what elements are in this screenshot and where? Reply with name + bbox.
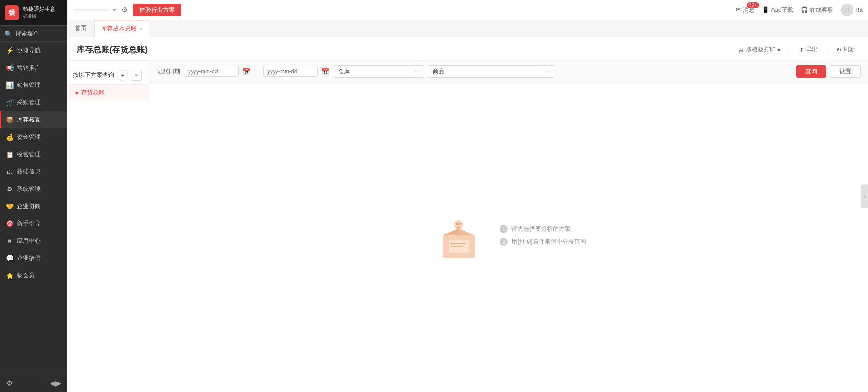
sidebar-bottom: ⚙ ◀▶ xyxy=(0,374,67,392)
sidebar-item-label: 系统管理 xyxy=(17,185,41,193)
sidebar-item-finance[interactable]: 💰 资金管理 xyxy=(0,128,67,146)
message-badge: 99+ xyxy=(747,2,759,8)
topbar-left: ▾ ⚙ 体验行业方案 xyxy=(73,4,736,16)
sidebar-nav: ⚡ 快捷导航 📢 营销推广 📊 销售管理 🛒 采购管理 📦 库存核算 💰 资金管… xyxy=(0,42,67,374)
message-btn[interactable]: ✉ 消息 99+ xyxy=(736,6,755,14)
page-title: 库存总账(存货总账) xyxy=(77,44,148,55)
query-btn[interactable]: 查询 xyxy=(796,65,826,78)
sidebar-item-label: 畅会员 xyxy=(17,271,35,280)
print-btn[interactable]: 🖨 按模板打印 ▾ xyxy=(735,44,784,56)
settings-btn[interactable]: 设置 xyxy=(830,65,861,78)
svg-marker-2 xyxy=(459,229,475,235)
operation-icon: 📋 xyxy=(6,151,13,158)
warehouse-select[interactable]: 仓库 ··· xyxy=(333,65,424,78)
basic-icon: 🗂 xyxy=(6,168,13,175)
logo-sub: 标准版 xyxy=(23,13,56,20)
sidebar-item-marketing[interactable]: 📢 营销推广 xyxy=(0,59,67,76)
sidebar-item-vip[interactable]: ⭐ 畅会员 xyxy=(0,267,67,284)
product-more-icon: ··· xyxy=(546,68,551,75)
empty-hint-1-text: 请先选择要分析的方案 xyxy=(511,225,571,233)
sidebar-item-operation[interactable]: 📋 经营管理 xyxy=(0,146,67,163)
main-content: 记账日期 📅 — 📅 仓库 ··· 商品 ··· xyxy=(149,61,868,392)
breadcrumb xyxy=(73,9,109,11)
sidebar-item-sales[interactable]: 📊 销售管理 xyxy=(0,76,67,94)
calendar-start-icon[interactable]: 📅 xyxy=(242,68,250,75)
empty-hint-1: 1 请先选择要分析的方案 xyxy=(500,225,586,233)
sidebar-item-purchase[interactable]: 🛒 采购管理 xyxy=(0,94,67,111)
export-btn[interactable]: ⬆ 导出 xyxy=(796,44,822,56)
sidebar-item-label: 新手引导 xyxy=(17,219,41,228)
export-icon: ⬆ xyxy=(799,46,804,53)
search-menu[interactable]: 🔍 搜索菜单 xyxy=(0,26,67,42)
enterprise-icon: 🤝 xyxy=(6,203,13,210)
online-service-label: 在线客服 xyxy=(810,6,833,14)
filter-collapse-btn[interactable]: « xyxy=(131,70,142,81)
date-separator: — xyxy=(254,68,260,75)
app-download-btn[interactable]: 📱 App下载 xyxy=(762,6,793,14)
calendar-end-icon[interactable]: 📅 xyxy=(322,68,329,75)
sidebar-item-label: 企业协同 xyxy=(17,202,41,210)
empty-content: 1 请先选择要分析的方案 2 用[过滤]条件来缩小分析范围 xyxy=(431,210,586,265)
sidebar-item-newbie[interactable]: 🎯 新手引导 xyxy=(0,215,67,232)
toggle-icon: › xyxy=(863,193,865,199)
warehouse-more-icon: ··· xyxy=(414,68,420,75)
tab-home[interactable]: 首页 xyxy=(67,20,94,37)
right-panel-toggle[interactable]: › xyxy=(861,184,868,208)
product-select[interactable]: 商品 ··· xyxy=(428,65,555,78)
svg-marker-1 xyxy=(443,229,459,235)
tab-bar: 首页 库存成本总账 × xyxy=(67,20,868,37)
inventory-icon: 📦 xyxy=(6,116,13,123)
date-start-input[interactable] xyxy=(184,66,239,77)
finance-icon: 💰 xyxy=(6,133,13,141)
app-download-label: App下载 xyxy=(771,6,793,14)
topbar: ▾ ⚙ 体验行业方案 ✉ 消息 99+ 📱 App下载 🎧 在线客服 R Rit xyxy=(67,0,868,20)
phone-icon: 📱 xyxy=(762,6,769,13)
hint-num-1: 1 xyxy=(500,225,508,233)
chevron-down-icon[interactable]: ▾ xyxy=(113,7,116,13)
export-label: 导出 xyxy=(806,46,818,54)
sidebar-item-label: 应用中心 xyxy=(17,237,41,245)
svg-point-8 xyxy=(459,223,461,225)
sales-icon: 📊 xyxy=(6,81,13,89)
close-icon[interactable]: × xyxy=(139,25,143,32)
sidebar-item-label: 经营管理 xyxy=(17,150,41,158)
settings-icon[interactable]: ⚙ xyxy=(6,379,13,387)
sidebar: 畅 畅捷通好生意 标准版 🔍 搜索菜单 ⚡ 快捷导航 📢 营销推广 📊 销售管理… xyxy=(0,0,67,392)
divider2 xyxy=(827,46,827,53)
sidebar-item-enterprise[interactable]: 🤝 企业协同 xyxy=(0,198,67,215)
purchase-icon: 🛒 xyxy=(6,99,13,106)
sidebar-item-inventory[interactable]: 📦 库存核算 xyxy=(0,111,67,128)
filter-label: 按以下方案查询 xyxy=(73,71,114,79)
sidebar-item-label: 企业微信 xyxy=(17,254,41,262)
filter-row: 记账日期 📅 — 📅 仓库 ··· 商品 ··· xyxy=(149,61,868,83)
sidebar-item-label: 采购管理 xyxy=(17,98,41,107)
scheme-item-icon: ● xyxy=(75,89,78,96)
sidebar-item-system[interactable]: ⚙ 系统管理 xyxy=(0,180,67,198)
logo-icon: 畅 xyxy=(5,5,19,20)
wechat-icon: 💬 xyxy=(6,255,13,262)
scheme-item-inventory-ledger[interactable]: ● 存货总账 xyxy=(67,85,149,100)
tab-home-label: 首页 xyxy=(75,24,87,32)
online-service-btn[interactable]: 🎧 在线客服 xyxy=(801,6,833,14)
collapse-icon[interactable]: ◀▶ xyxy=(50,379,61,387)
page-panel: 库存总账(存货总账) 🖨 按模板打印 ▾ ⬆ 导出 ↻ 刷新 xyxy=(67,37,868,392)
product-label: 商品 xyxy=(433,67,444,76)
tab-inventory-ledger[interactable]: 库存成本总账 × xyxy=(94,20,149,37)
empty-hint-2: 2 用[过滤]条件来缩小分析范围 xyxy=(500,238,586,246)
refresh-label: 刷新 xyxy=(843,46,855,54)
scheme-item-label: 存货总账 xyxy=(81,88,105,97)
sidebar-item-wechat[interactable]: 💬 企业微信 xyxy=(0,249,67,267)
sidebar-item-basic[interactable]: 🗂 基础信息 xyxy=(0,163,67,180)
sidebar-item-quick-nav[interactable]: ⚡ 快捷导航 xyxy=(0,42,67,59)
filter-add-btn[interactable]: + xyxy=(117,70,128,81)
sidebar-item-appstore[interactable]: 🖥 应用中心 xyxy=(0,232,67,249)
date-end-input[interactable] xyxy=(263,66,318,77)
sidebar-item-label: 资金管理 xyxy=(17,133,41,141)
sidebar-item-label: 快捷导航 xyxy=(17,46,41,55)
refresh-btn[interactable]: ↻ 刷新 xyxy=(833,44,859,56)
industry-btn[interactable]: 体验行业方案 xyxy=(133,4,181,16)
page-header-actions: 🖨 按模板打印 ▾ ⬆ 导出 ↻ 刷新 xyxy=(735,44,859,56)
topbar-settings-icon[interactable]: ⚙ xyxy=(119,4,129,16)
newbie-icon: 🎯 xyxy=(6,220,13,227)
user-area[interactable]: R Rit xyxy=(841,4,863,16)
